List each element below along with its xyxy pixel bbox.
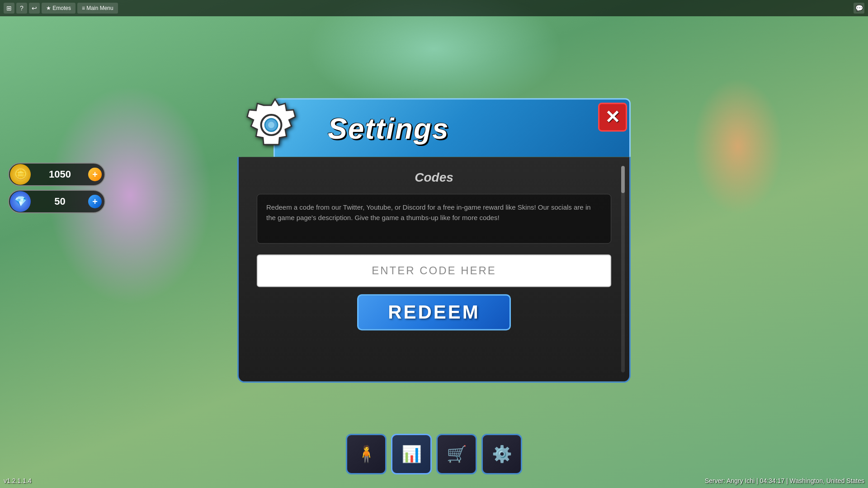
modal-overlay: Settings ✕ Codes Redeem a code from our … — [0, 0, 868, 488]
gear-icon-container — [237, 94, 305, 161]
svg-point-2 — [268, 122, 274, 128]
modal-body: Codes Redeem a code from our Twitter, Yo… — [237, 157, 631, 383]
redeem-button[interactable]: REDEEM — [357, 294, 511, 330]
modal-header: Settings ✕ — [237, 94, 631, 157]
description-box: Redeem a code from our Twitter, Youtube,… — [257, 194, 611, 244]
section-title: Codes — [257, 170, 611, 185]
modal-title: Settings — [328, 112, 449, 145]
gear-icon — [240, 96, 303, 159]
settings-modal: Settings ✕ Codes Redeem a code from our … — [237, 94, 631, 383]
scrollbar-thumb — [621, 166, 625, 193]
close-button[interactable]: ✕ — [598, 103, 627, 131]
code-input-field[interactable]: ENTER CODE HERE — [257, 254, 611, 287]
scrollbar[interactable] — [621, 166, 625, 372]
code-placeholder: ENTER CODE HERE — [372, 264, 496, 277]
redeem-label: REDEEM — [388, 301, 480, 323]
description-text: Redeem a code from our Twitter, Youtube,… — [266, 203, 591, 221]
header-background — [274, 98, 631, 157]
